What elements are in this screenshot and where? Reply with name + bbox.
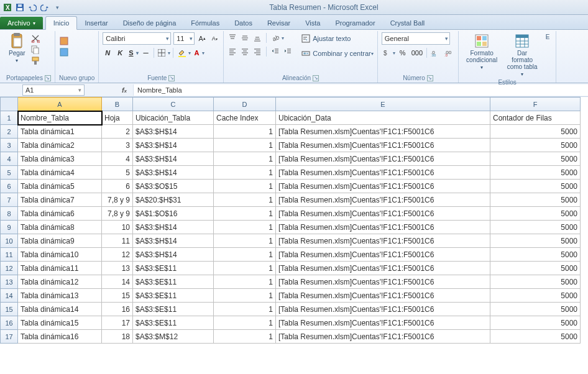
cell[interactable]: 1 [214, 221, 276, 234]
row-header[interactable]: 4 [1, 152, 18, 166]
row-header[interactable]: 7 [1, 193, 18, 207]
row-header[interactable]: 5 [1, 166, 18, 180]
row-header[interactable]: 1 [1, 111, 18, 125]
cell[interactable]: [Tabla Resumen.xlsm]Cuentas'!F1C1:F5001C… [276, 207, 490, 221]
col-header-E[interactable]: E [276, 98, 490, 111]
cell[interactable]: 1 [214, 139, 276, 152]
file-tab[interactable]: Archivo▾ [0, 17, 43, 29]
row-header[interactable]: 6 [1, 180, 18, 193]
cell[interactable]: $A$3:$E$11 [133, 275, 214, 289]
custom-icon-1[interactable] [59, 36, 69, 46]
cell[interactable]: 5000 [490, 207, 581, 221]
cell[interactable]: $A$3:$H$14 [133, 139, 214, 152]
cell[interactable]: 5000 [490, 139, 581, 152]
cell-styles-button[interactable]: E [543, 32, 552, 42]
cell[interactable]: $A$3:$E$11 [133, 316, 214, 330]
cell[interactable]: 1 [214, 275, 276, 289]
cell[interactable]: $A$3:$H$14 [133, 221, 214, 234]
decrease-indent-icon[interactable] [270, 46, 280, 57]
cell[interactable]: 2 [102, 125, 133, 139]
percent-format-icon[interactable]: % [398, 47, 408, 58]
qat-customize-icon[interactable]: ▾ [52, 2, 62, 12]
cell[interactable]: 1 [214, 289, 276, 303]
cell[interactable]: [Tabla Resumen.xlsm]Cuentas'!F1C1:F5001C… [276, 234, 490, 248]
cell[interactable]: 1 [214, 166, 276, 180]
underline-button[interactable]: S [127, 47, 138, 58]
number-launcher-icon[interactable]: ↘ [427, 75, 433, 81]
cell[interactable]: 1 [214, 193, 276, 207]
font-name-combo[interactable]: Calibri [103, 32, 171, 45]
cell[interactable]: 1 [214, 316, 276, 330]
redo-icon[interactable] [40, 2, 50, 12]
clipboard-launcher-icon[interactable]: ↘ [45, 75, 51, 81]
cell[interactable]: 5000 [490, 152, 581, 166]
wrap-text-button[interactable]: Ajustar texto [299, 32, 374, 45]
cell[interactable]: [Tabla Resumen.xlsm]Cuentas'!F1C1:F5001C… [276, 330, 490, 344]
col-header-D[interactable]: D [214, 98, 276, 111]
undo-icon[interactable] [27, 2, 37, 12]
align-center-icon[interactable] [240, 46, 250, 57]
cell[interactable]: 5000 [490, 180, 581, 193]
row-header[interactable]: 11 [1, 248, 18, 262]
align-bottom-icon[interactable] [252, 32, 262, 43]
cell[interactable]: 5000 [490, 303, 581, 316]
col-header-B[interactable]: B [102, 98, 133, 111]
cell[interactable]: [Tabla Resumen.xlsm]Cuentas'!F1C1:F5001C… [276, 289, 490, 303]
cell[interactable]: Tabla dinámica10 [18, 248, 102, 262]
row-header[interactable]: 9 [1, 221, 18, 234]
cell[interactable]: [Tabla Resumen.xlsm]Cuentas'!F1C1:F5001C… [276, 316, 490, 330]
cell[interactable]: Tabla dinámica9 [18, 234, 102, 248]
cell[interactable]: 6 [102, 180, 133, 193]
tab-inicio[interactable]: Inicio [45, 16, 78, 30]
tab-formulas[interactable]: Fórmulas [183, 17, 227, 29]
fill-color-button[interactable] [176, 47, 191, 58]
cell[interactable]: [Tabla Resumen.xlsm]Cuentas'!F1C1:F5001C… [276, 180, 490, 193]
cell[interactable]: Tabla dinámica7 [18, 193, 102, 207]
col-header-A[interactable]: A [18, 98, 102, 111]
cell[interactable]: Tabla dinámica13 [18, 289, 102, 303]
cell[interactable]: Nombre_Tabla [18, 111, 102, 125]
save-icon[interactable] [15, 2, 25, 12]
col-header-C[interactable]: C [133, 98, 214, 111]
cell[interactable]: 5000 [490, 262, 581, 275]
cell[interactable]: [Tabla Resumen.xlsm]Cuentas'!F1C1:F5001C… [276, 262, 490, 275]
cell[interactable]: Tabla dinámica4 [18, 166, 102, 180]
cell[interactable]: $A$3:$H$14 [133, 234, 214, 248]
cell[interactable]: 1 [214, 262, 276, 275]
cell[interactable]: 5000 [490, 166, 581, 180]
cell[interactable]: $A$3:$H$14 [133, 152, 214, 166]
row-header[interactable]: 16 [1, 316, 18, 330]
name-box[interactable]: A1▾ [22, 84, 85, 96]
cell[interactable]: $A$3:$E$11 [133, 262, 214, 275]
cell[interactable]: [Tabla Resumen.xlsm]Cuentas'!F1C1:F5001C… [276, 275, 490, 289]
cell[interactable]: Tabla dinámica12 [18, 275, 102, 289]
cell[interactable]: 5000 [490, 193, 581, 207]
col-header-F[interactable]: F [490, 98, 581, 111]
tab-programador[interactable]: Programador [328, 17, 382, 29]
cell[interactable]: Tabla dinámica15 [18, 316, 102, 330]
row-header[interactable]: 3 [1, 139, 18, 152]
cell[interactable]: 5000 [490, 221, 581, 234]
borders-button[interactable] [157, 47, 170, 58]
row-header[interactable]: 2 [1, 125, 18, 139]
cell[interactable]: 1 [214, 234, 276, 248]
cell[interactable]: 4 [102, 152, 133, 166]
custom-icon-2[interactable] [59, 47, 69, 57]
copy-icon[interactable] [30, 45, 40, 55]
cut-icon[interactable] [30, 34, 40, 43]
cell[interactable]: Tabla dinámica2 [18, 139, 102, 152]
font-launcher-icon[interactable]: ↘ [168, 75, 175, 81]
cell[interactable]: Contador de Filas [490, 111, 581, 125]
decrease-font-icon[interactable]: A▾ [209, 33, 219, 44]
cell[interactable]: Tabla dinámica6 [18, 207, 102, 221]
formula-input[interactable]: Nombre_Tabla [133, 84, 588, 96]
cell[interactable]: $A$3:$O$15 [133, 180, 214, 193]
cell[interactable]: 16 [102, 303, 133, 316]
cell[interactable]: 5000 [490, 316, 581, 330]
strikethrough-button[interactable]: ─ [141, 47, 151, 58]
align-right-icon[interactable] [252, 46, 262, 57]
bold-button[interactable]: N [103, 47, 113, 58]
cell[interactable]: Cache Index [214, 111, 276, 125]
cell[interactable]: [Tabla Resumen.xlsm]Cuentas'!F1C1:F5001C… [276, 125, 490, 139]
cell[interactable]: Tabla dinámica8 [18, 221, 102, 234]
